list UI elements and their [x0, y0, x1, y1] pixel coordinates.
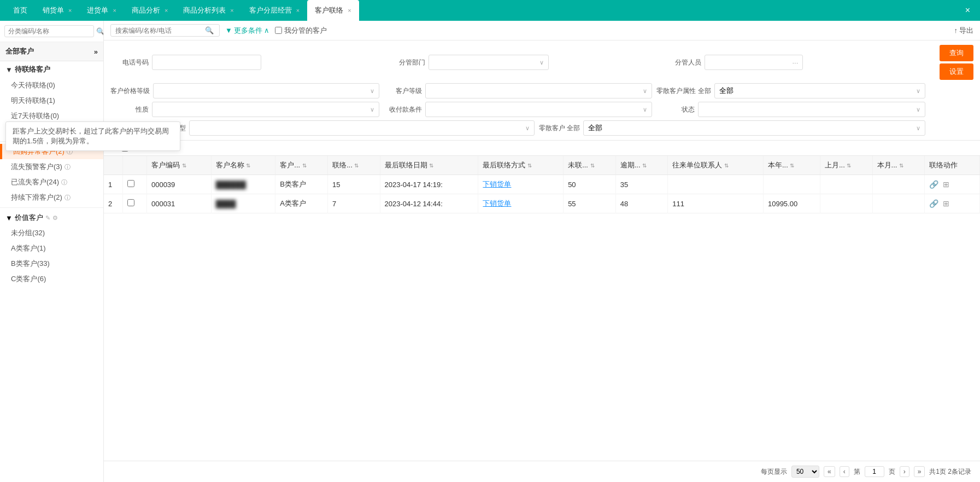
row1-contact: 15	[327, 175, 380, 194]
filter-cell-dept: 分管部门 ∨	[387, 55, 659, 70]
col-customer-code[interactable]: 客户编码 ⇅	[146, 156, 211, 175]
pending-contact-group[interactable]: ▼ 待联络客户	[0, 61, 103, 78]
row1-link-icon[interactable]: 🔗	[929, 180, 938, 189]
row2-link-icon[interactable]: 🔗	[929, 199, 938, 208]
price-grade-select[interactable]: ∨	[153, 83, 379, 98]
sort-unit-icon: ⇅	[724, 162, 729, 169]
my-customers-checkbox[interactable]: 我分管的客户	[275, 26, 327, 36]
main-layout: 🔍 全部客户 » ▼ 待联络客户 今天待联络(0) 明天待联络(1) 近7天待联…	[0, 21, 980, 482]
nav-tab-sales[interactable]: 销货单 ×	[35, 0, 79, 21]
settings-button[interactable]: 设置	[940, 63, 973, 80]
person-select[interactable]: ···	[705, 55, 803, 70]
row2-checkbox[interactable]	[127, 199, 134, 206]
row1-method-link[interactable]: 下销货单	[483, 180, 511, 188]
col-last-contact-date[interactable]: 最后联络日期 ⇅	[380, 156, 478, 175]
col-customer-type[interactable]: 客户... ⇅	[275, 156, 328, 175]
payment-select[interactable]: ∨	[425, 102, 653, 117]
sidebar-collapse-icon[interactable]: »	[94, 48, 98, 56]
all-customers-label: 全部客户	[5, 47, 34, 56]
first-page-btn[interactable]: «	[824, 466, 835, 477]
nav-tab-customer-contact[interactable]: 客户联络 ×	[307, 0, 359, 21]
edit-group-icon[interactable]: ✎	[45, 214, 50, 222]
col-this-year[interactable]: 本年... ⇅	[763, 156, 820, 175]
per-page-select[interactable]: 50 20 100	[791, 466, 819, 478]
row2-index: 2	[104, 194, 123, 213]
close-customer-contact-tab[interactable]: ×	[348, 7, 351, 14]
cust-grade-label: 客户等级	[384, 86, 422, 96]
export-button[interactable]: ↑ 导出	[954, 26, 974, 36]
row1-grid-icon[interactable]: ⊞	[943, 180, 949, 189]
sidebar-item-b-class[interactable]: B类客户(33)	[0, 256, 103, 271]
phone-input[interactable]	[152, 55, 261, 70]
sort-method-icon: ⇅	[527, 162, 532, 169]
sidebar-item-declining[interactable]: 持续下滑客户(2) ⓘ	[0, 190, 103, 205]
col-last-contact-method[interactable]: 最后联络方式 ⇅	[478, 156, 564, 175]
filter-cell-cust-grade: 客户等级 ∨	[384, 83, 653, 98]
prev-page-btn[interactable]: ‹	[840, 466, 849, 477]
nav-tab-product-analysis[interactable]: 商品分析 ×	[124, 0, 175, 21]
close-purchase-tab[interactable]: ×	[113, 7, 116, 14]
person-dots[interactable]: ···	[793, 59, 799, 67]
payment-chevron: ∨	[643, 106, 647, 113]
nav-tab-customer-segment[interactable]: 客户分层经营 ×	[242, 0, 307, 21]
sidebar-item-churn-warning[interactable]: 流失预警客户(3) ⓘ	[0, 159, 103, 175]
col-last-month[interactable]: 上月... ⇅	[820, 156, 872, 175]
value-customer-group[interactable]: ▼ 价值客户 ✎ ⚙	[0, 210, 103, 225]
col-uncontacted[interactable]: 未联... ⇅	[564, 156, 616, 175]
search-icon[interactable]: 🔍	[205, 26, 214, 34]
filter-cell-retail-cust: 零散客户 全部 全部 ∨	[539, 120, 926, 136]
close-customer-segment-tab[interactable]: ×	[296, 7, 300, 14]
chevron-down-icon: ∧	[264, 26, 269, 34]
row2-last-date: 2023-04-12 14:44:	[380, 194, 478, 213]
query-button[interactable]: 查询	[940, 45, 973, 61]
dept-label: 分管部门	[387, 58, 425, 67]
retail-cust-select[interactable]: 全部 ∨	[583, 120, 925, 136]
sidebar-item-c-class[interactable]: C类客户(6)	[0, 271, 103, 287]
person-label: 分管人员	[663, 58, 701, 67]
current-page-input[interactable]	[865, 466, 884, 477]
col-this-month[interactable]: 本月... ⇅	[872, 156, 925, 175]
settings-group-icon[interactable]: ⚙	[52, 214, 58, 222]
search-input[interactable]	[115, 27, 203, 34]
col-overdue[interactable]: 逾期... ⇅	[615, 156, 668, 175]
close-product-list-tab[interactable]: ×	[230, 7, 233, 14]
sidebar-search-input[interactable]	[4, 25, 94, 37]
close-product-analysis-tab[interactable]: ×	[165, 7, 168, 14]
cust-type-select[interactable]: ∨	[189, 120, 535, 136]
row2-grid-icon[interactable]: ⊞	[943, 199, 949, 208]
col-customer-name[interactable]: 客户名称 ⇅	[211, 156, 275, 175]
retail-cust-label: 零散客户 全部	[539, 124, 580, 133]
my-customers-check[interactable]	[275, 27, 282, 34]
row2-last-month	[820, 194, 872, 213]
nature-select[interactable]: ∨	[152, 102, 379, 117]
dept-select[interactable]: ∨	[429, 55, 549, 70]
nav-tab-home[interactable]: 首页	[5, 0, 35, 21]
sidebar-item-a-class[interactable]: A类客户(1)	[0, 241, 103, 256]
row2-overdue: 48	[615, 194, 668, 213]
sidebar-item-today[interactable]: 今天待联络(0)	[0, 78, 103, 93]
row2-method-link[interactable]: 下销货单	[483, 199, 511, 207]
filter-cell-nature: 性质 ∨	[110, 102, 379, 117]
cust-grade-select[interactable]: ∨	[425, 83, 653, 98]
last-page-btn[interactable]: »	[914, 466, 925, 477]
row2-last-method: 下销货单	[478, 194, 564, 213]
next-page-btn[interactable]: ›	[900, 466, 909, 477]
nav-tab-purchase[interactable]: 进货单 ×	[79, 0, 124, 21]
col-contact[interactable]: 联络... ⇅	[327, 156, 380, 175]
price-grade-label: 客户价格等级	[110, 86, 150, 96]
close-all-button[interactable]: ×	[961, 5, 975, 15]
table-toolbar: ⚙	[104, 141, 980, 156]
filter-cell-phone: 电话号码	[110, 55, 383, 70]
more-conditions-btn[interactable]: ▼ 更多条件 ∧	[225, 26, 269, 36]
col-unit-contacts[interactable]: 往来单位联系人 ⇅	[668, 156, 764, 175]
sidebar-search-icon[interactable]: 🔍	[96, 27, 104, 36]
close-sales-tab[interactable]: ×	[68, 7, 72, 14]
sidebar-item-ungroup[interactable]: 未分组(32)	[0, 225, 103, 241]
sidebar-item-tomorrow[interactable]: 明天待联络(1)	[0, 93, 103, 108]
row1-checkbox[interactable]	[127, 180, 134, 187]
col-checkbox	[123, 156, 147, 175]
retail-attr-select[interactable]: 全部 ∨	[714, 83, 925, 98]
nav-tab-product-list[interactable]: 商品分析列表 ×	[175, 0, 241, 21]
sidebar-item-churned[interactable]: 已流失客户(24) ⓘ	[0, 175, 103, 190]
status-select[interactable]: ∨	[698, 102, 925, 117]
